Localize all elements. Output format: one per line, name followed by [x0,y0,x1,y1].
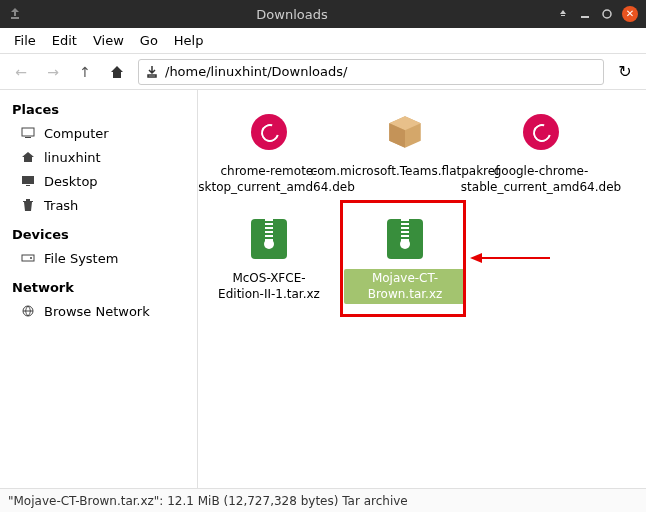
titlebar: Downloads ✕ [0,0,646,28]
svg-point-7 [30,257,32,259]
svg-rect-5 [26,185,30,186]
sidebar-item-label: Browse Network [44,304,150,319]
sidebar-item-desktop[interactable]: Desktop [0,169,197,193]
file-chrome-remote-desktop[interactable]: chrome-remote-desktop_current_amd64.deb [204,104,334,201]
forward-button[interactable]: → [38,58,68,86]
sidebar-item-label: Trash [44,198,78,213]
file-google-chrome[interactable]: google-chrome-stable_current_amd64.deb [476,104,606,201]
devices-heading: Devices [0,223,197,246]
toolbar: ← → ↑ /home/linuxhint/Downloads/ ↻ [0,54,646,90]
menu-file[interactable]: File [6,30,44,51]
sidebar-item-filesystem[interactable]: File System [0,246,197,270]
desktop-icon [20,173,36,189]
home-button[interactable] [102,58,132,86]
archive-icon [245,215,293,263]
file-mojave-ct-brown[interactable]: Mojave-CT-Brown.tar.xz [340,211,470,308]
debian-icon [245,108,293,156]
sidebar-item-label: Desktop [44,174,98,189]
svg-point-1 [603,10,611,18]
svg-rect-2 [22,128,34,136]
window-title: Downloads [28,7,556,22]
sidebar-item-label: Computer [44,126,109,141]
path-input[interactable]: /home/linuxhint/Downloads/ [138,59,604,85]
sidebar-item-computer[interactable]: Computer [0,121,197,145]
sidebar: Places Computer linuxhint Desktop Trash … [0,90,198,488]
sidebar-item-label: File System [44,251,118,266]
archive-icon [381,215,429,263]
app-icon [8,7,28,21]
menubar: File Edit View Go Help [0,28,646,54]
package-icon [381,108,429,156]
path-text: /home/linuxhint/Downloads/ [165,64,347,79]
svg-rect-6 [22,255,34,261]
reload-button[interactable]: ↻ [610,58,640,86]
network-heading: Network [0,276,197,299]
minimize-button[interactable] [578,7,592,21]
file-mcos-xfce[interactable]: McOS-XFCE-Edition-II-1.tar.xz [204,211,334,308]
keep-above-button[interactable] [556,7,570,21]
svg-rect-4 [22,176,34,184]
svg-rect-3 [25,137,31,138]
statusbar: "Mojave-CT-Brown.tar.xz": 12.1 MiB (12,7… [0,488,646,512]
disk-icon [20,250,36,266]
network-icon [20,303,36,319]
sidebar-item-browse-network[interactable]: Browse Network [0,299,197,323]
up-button[interactable]: ↑ [70,58,100,86]
menu-help[interactable]: Help [166,30,212,51]
status-text: "Mojave-CT-Brown.tar.xz": 12.1 MiB (12,7… [8,494,408,508]
svg-rect-0 [581,16,589,18]
trash-icon [20,197,36,213]
download-icon [145,65,159,79]
sidebar-item-trash[interactable]: Trash [0,193,197,217]
debian-icon [517,108,565,156]
menu-view[interactable]: View [85,30,132,51]
places-heading: Places [0,98,197,121]
sidebar-item-label: linuxhint [44,150,101,165]
maximize-button[interactable] [600,7,614,21]
file-ms-teams-flatpak[interactable]: com.microsoft.Teams.flatpakref [340,104,470,201]
menu-edit[interactable]: Edit [44,30,85,51]
file-label: Mojave-CT-Brown.tar.xz [344,269,466,304]
file-label: McOS-XFCE-Edition-II-1.tar.xz [208,269,330,304]
menu-go[interactable]: Go [132,30,166,51]
sidebar-item-linuxhint[interactable]: linuxhint [0,145,197,169]
file-view[interactable]: chrome-remote-desktop_current_amd64.deb … [198,90,646,488]
file-label: google-chrome-stable_current_amd64.deb [457,162,625,197]
home-icon [20,149,36,165]
computer-icon [20,125,36,141]
back-button[interactable]: ← [6,58,36,86]
close-button[interactable]: ✕ [622,6,638,22]
